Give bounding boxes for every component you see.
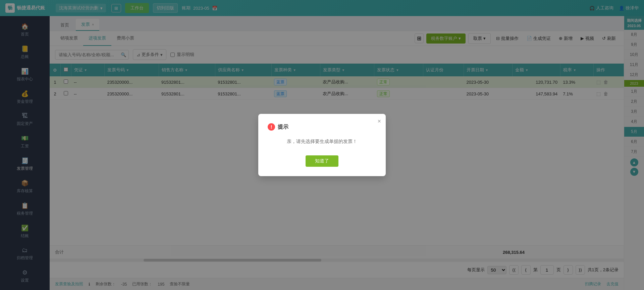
modal-dialog: × ! 提示 亲，请先选择要生成单据的发票！ 知道了 [258, 114, 386, 176]
warning-icon: ! [268, 123, 275, 131]
modal-overlay[interactable]: × ! 提示 亲，请先选择要生成单据的发票！ 知道了 [0, 0, 644, 290]
modal-footer: 知道了 [268, 155, 376, 167]
warning-icon-symbol: ! [271, 124, 272, 130]
modal-confirm-button[interactable]: 知道了 [306, 155, 338, 167]
modal-close-button[interactable]: × [377, 118, 381, 125]
modal-title: ! 提示 [268, 123, 376, 131]
modal-message: 亲，请先选择要生成单据的发票！ [268, 136, 376, 147]
modal-message-text: 亲，请先选择要生成单据的发票！ [287, 139, 357, 144]
modal-title-text: 提示 [278, 124, 288, 131]
